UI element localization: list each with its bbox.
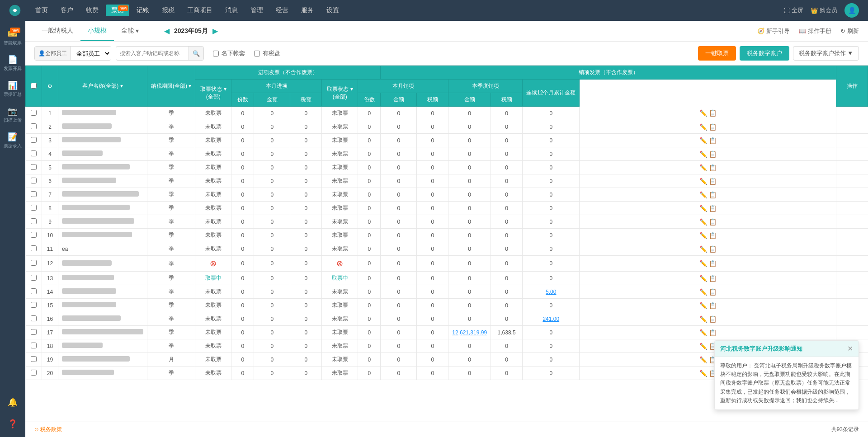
output-status-filter-icon[interactable]: ▾ <box>350 86 353 92</box>
nav-message[interactable]: 消息 <box>220 5 243 16</box>
one-key-fetch-btn[interactable]: 一键取票 <box>698 46 736 61</box>
edit-icon[interactable]: ✏️ <box>699 178 707 185</box>
edit-icon[interactable]: ✏️ <box>699 302 707 309</box>
row-checkbox-cell[interactable] <box>26 134 42 147</box>
row-checkbox-cell[interactable] <box>26 161 42 174</box>
nav-manage[interactable]: 管理 <box>245 5 269 16</box>
copy-icon[interactable]: 📋 <box>709 150 717 158</box>
row-checkbox-cell[interactable] <box>26 107 42 120</box>
row-checkbox-cell[interactable] <box>26 326 42 339</box>
nav-invoice[interactable]: 票据 new <box>106 5 129 16</box>
edit-icon[interactable]: ✏️ <box>699 164 707 171</box>
row-checkbox[interactable] <box>31 164 37 170</box>
sidebar-item-help[interactable]: ❓ <box>1 415 24 432</box>
copy-icon[interactable]: 📋 <box>709 315 717 323</box>
row-checkbox[interactable] <box>31 191 37 197</box>
buy-member-btn[interactable]: 👑 购会员 <box>811 6 837 14</box>
row-checkbox-cell[interactable] <box>26 174 42 188</box>
tax-disk-checkbox-label[interactable]: 有税盘 <box>254 49 280 57</box>
nav-client[interactable]: 客户 <box>55 5 79 16</box>
copy-icon[interactable]: 📋 <box>709 260 717 267</box>
row-checkbox-cell[interactable] <box>26 202 42 215</box>
row-checkbox-cell[interactable] <box>26 256 42 272</box>
copy-icon[interactable]: 📋 <box>709 205 717 212</box>
edit-icon[interactable]: ✏️ <box>699 205 707 212</box>
fullscreen-btn[interactable]: ⛶ 全屏 <box>784 6 803 14</box>
select-all-checkbox[interactable] <box>31 83 37 89</box>
row-checkbox-cell[interactable] <box>26 299 42 312</box>
tab-general-taxpayer[interactable]: 一般纳税人 <box>34 21 80 41</box>
filter-icon[interactable]: ▾ <box>120 83 123 89</box>
staff-select[interactable]: 👤 全部员工 全部员工 <box>34 46 111 61</box>
row-checkbox-cell[interactable] <box>26 229 42 242</box>
edit-icon[interactable]: ✏️ <box>699 150 707 158</box>
prev-month-btn[interactable]: ◀ <box>164 27 170 35</box>
input-status-filter-icon[interactable]: ▾ <box>224 86 226 92</box>
manual-btn[interactable]: 📖 操作手册 <box>799 27 831 35</box>
nav-business[interactable]: 工商项目 <box>182 5 218 16</box>
row-checkbox[interactable] <box>31 123 37 129</box>
copy-icon[interactable]: 📋 <box>709 232 717 239</box>
row-checkbox[interactable] <box>31 370 37 376</box>
tax-account-op-btn[interactable]: 税务数字账户操作 ▼ <box>793 46 859 61</box>
tax-disk-checkbox[interactable] <box>254 51 260 56</box>
row-checkbox-cell[interactable] <box>26 120 42 134</box>
client-name[interactable] <box>58 299 147 312</box>
edit-icon[interactable]: ✏️ <box>699 356 707 363</box>
row-checkbox-cell[interactable] <box>26 242 42 256</box>
client-name[interactable] <box>58 256 147 272</box>
cum-amount-link[interactable]: 5.00 <box>546 289 556 295</box>
edit-icon[interactable]: ✏️ <box>699 232 707 239</box>
client-name[interactable] <box>58 147 147 161</box>
client-name[interactable]: ea <box>58 242 147 256</box>
edit-icon[interactable]: ✏️ <box>699 123 707 131</box>
row-checkbox[interactable] <box>31 110 37 116</box>
edit-icon[interactable]: ✏️ <box>699 370 707 377</box>
edit-icon[interactable]: ✏️ <box>699 245 707 253</box>
cum-amount-link[interactable]: 241.00 <box>542 316 559 322</box>
row-checkbox[interactable] <box>31 232 37 238</box>
row-checkbox-cell[interactable] <box>26 285 42 299</box>
search-button[interactable]: 🔍 <box>189 47 203 60</box>
edit-icon[interactable]: ✏️ <box>699 191 707 198</box>
client-name[interactable] <box>58 312 147 326</box>
row-checkbox[interactable] <box>31 150 37 156</box>
row-checkbox-cell[interactable] <box>26 147 42 161</box>
row-checkbox-cell[interactable] <box>26 272 42 285</box>
row-checkbox[interactable] <box>31 245 37 251</box>
client-name[interactable] <box>58 326 147 339</box>
period-filter-icon[interactable]: ▾ <box>189 83 191 89</box>
new-guide-btn[interactable]: 🧭 新手引导 <box>757 27 790 35</box>
copy-icon[interactable]: 📋 <box>709 123 717 131</box>
client-name[interactable] <box>58 107 147 120</box>
row-checkbox[interactable] <box>31 315 37 321</box>
client-name[interactable] <box>58 272 147 285</box>
client-name[interactable] <box>58 353 147 367</box>
nav-settings[interactable]: 设置 <box>321 5 344 16</box>
row-checkbox[interactable] <box>31 178 37 183</box>
sidebar-item-smart-fetch[interactable]: 🎫 智能取票 new <box>1 25 24 49</box>
row-checkbox[interactable] <box>31 288 37 294</box>
edit-icon[interactable]: ✏️ <box>699 315 707 323</box>
client-name[interactable] <box>58 174 147 188</box>
nav-service[interactable]: 服务 <box>296 5 319 16</box>
client-name[interactable] <box>58 367 147 380</box>
user-avatar[interactable]: 👤 <box>844 3 859 18</box>
client-name[interactable] <box>58 188 147 202</box>
tab-small-scale[interactable]: 小规模 <box>80 21 114 41</box>
row-checkbox[interactable] <box>31 356 37 362</box>
row-checkbox[interactable] <box>31 302 37 308</box>
nav-operation[interactable]: 经营 <box>270 5 294 16</box>
copy-icon[interactable]: 📋 <box>709 164 717 171</box>
sub-account-checkbox-label[interactable]: 名下帐套 <box>213 49 245 57</box>
row-checkbox[interactable] <box>31 343 37 348</box>
copy-icon[interactable]: 📋 <box>709 218 717 226</box>
sidebar-item-notification[interactable]: 🔔 <box>1 394 24 411</box>
sub-account-checkbox[interactable] <box>213 51 219 56</box>
copy-icon[interactable]: 📋 <box>709 302 717 309</box>
nav-tax[interactable]: 报税 <box>156 5 180 16</box>
row-checkbox[interactable] <box>31 329 37 335</box>
copy-icon[interactable]: 📋 <box>709 245 717 253</box>
sidebar-item-open-invoice[interactable]: 📄 发票开具 <box>1 51 24 75</box>
client-name[interactable] <box>58 134 147 147</box>
